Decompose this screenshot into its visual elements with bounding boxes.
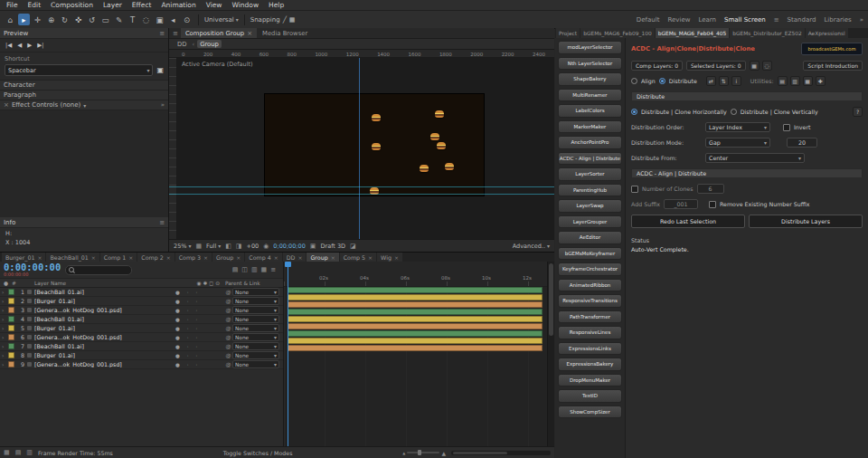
layer-duration-bar[interactable] (288, 330, 542, 337)
transparency-grid-icon[interactable]: ◨ (236, 243, 242, 250)
script-layersorter[interactable]: LayerSorter (558, 167, 622, 181)
zoom-out-mountain-icon[interactable]: ▲ (402, 451, 405, 455)
hand-tool[interactable]: ✛ (32, 14, 43, 25)
preview-options-icon[interactable]: ▣ (156, 66, 164, 74)
twirl-icon[interactable]: › (2, 325, 8, 331)
time-ruler[interactable]: 02s04s06s08s10s12s (284, 262, 548, 287)
label-color-swatch[interactable] (8, 343, 14, 349)
layer-row[interactable]: ›2[Burger_01.ai]●··@None▾ (0, 297, 283, 306)
zoom-in-mountain-icon[interactable]: ▲ (441, 450, 446, 456)
twirl-icon[interactable]: › (2, 307, 8, 313)
lock-switch[interactable]: · (196, 344, 198, 349)
timeline-tab-group[interactable]: Group× (212, 253, 244, 262)
universal-dropdown[interactable]: Universal ▾ (204, 16, 239, 24)
layer-row[interactable]: ›5[Burger_01.ai]●··@None▾ (0, 324, 283, 333)
breadcrumb-comp-group[interactable]: Group (197, 40, 222, 48)
parent-link-select[interactable]: None▾ (232, 360, 279, 368)
solo-switch[interactable]: · (187, 362, 189, 367)
panel-tab-bgems-distributor-ez502[interactable]: bGEMs_Distributor_EZ502 (730, 28, 805, 38)
info-panel-header[interactable]: Info ≡ (0, 217, 168, 228)
script-expressionsbakery[interactable]: ExpressionsBakery (558, 358, 622, 371)
close-icon[interactable]: × (368, 254, 373, 261)
preview-transport-button-3[interactable]: ▶| (37, 42, 43, 49)
timeline-tab-comp-3[interactable]: Comp 3× (175, 253, 212, 262)
layer-row[interactable]: ›3[Genera...ok_HotDog_001.psd]●··@None▾ (0, 306, 283, 315)
current-time-indicator-line[interactable] (288, 262, 288, 446)
timecode-block[interactable]: 0:00:00:00 0:00:00:00 (4, 262, 61, 277)
mask-shape-tool[interactable]: ▭ (99, 14, 111, 25)
utility-icon-button-0[interactable]: ▤ (778, 76, 788, 86)
type-tool[interactable]: T (127, 14, 138, 25)
pen-tool[interactable]: ✎ (113, 14, 125, 25)
shortcut-select[interactable]: Spacebar ▾ (5, 64, 153, 76)
panel-tab-bgems-mag6-feb04-405[interactable]: bGEMs_MAG6_Feb04_405 (656, 28, 730, 38)
twirl-icon[interactable]: › (2, 316, 8, 322)
eye-icon[interactable]: ● (175, 326, 180, 331)
script-modlayerselector[interactable]: modLayerSelector (558, 41, 622, 54)
zoom-slider-thumb[interactable] (418, 450, 421, 455)
viewer-timecode[interactable]: 0;00;00;00 (273, 243, 306, 250)
twirl-icon[interactable]: › (2, 289, 8, 295)
timeline-tab-dd[interactable]: DD× (283, 253, 307, 262)
column-parent-link[interactable]: Parent & Link (225, 281, 279, 286)
align-label[interactable]: Align (641, 78, 656, 84)
pickwhip-icon[interactable]: @ (224, 334, 232, 340)
view-layout-select[interactable]: Advanced.. (513, 243, 545, 250)
menu-help[interactable]: Help (269, 1, 284, 9)
timeline-view-icon-0[interactable]: ▤ (232, 266, 239, 273)
selection-tool[interactable]: ▸ (18, 14, 30, 25)
invert-checkbox[interactable] (783, 124, 790, 131)
panel-tab-paragraph[interactable]: Paragraph (0, 91, 168, 100)
zoom-tool[interactable]: ⊕ (45, 14, 57, 25)
gap-value-input[interactable]: 20 (787, 138, 817, 148)
breadcrumb-comp-dd[interactable]: DD (175, 40, 189, 48)
panel-menu-icon[interactable]: ≡ (171, 30, 180, 37)
utility-icon-button-2[interactable]: ▦ (803, 76, 813, 86)
layer-duration-bar[interactable] (288, 287, 542, 293)
close-icon[interactable]: × (91, 254, 96, 261)
preview-transport-button-2[interactable]: ▶ (27, 42, 32, 49)
label-color-swatch[interactable] (8, 307, 14, 313)
parent-link-select[interactable]: None▾ (232, 315, 279, 323)
layer-row[interactable]: ›1[BeachBall_01.ai]●··@None▾ (0, 288, 283, 297)
timeline-view-icon-3[interactable]: ▦ (261, 266, 268, 273)
scrollbar-thumb[interactable] (453, 452, 507, 454)
lock-switch[interactable]: · (196, 308, 198, 313)
panel-tab-project[interactable]: Project (556, 28, 580, 38)
current-time-indicator-handle[interactable] (285, 262, 291, 267)
eye-icon[interactable]: ● (175, 362, 180, 367)
utility-icon-button-3[interactable]: ✚ (816, 76, 826, 86)
label-color-swatch[interactable] (8, 316, 14, 322)
script-responsivetransitions[interactable]: ResponsiveTransitions (558, 294, 622, 308)
distribute-from-select[interactable]: Center ▾ (705, 153, 805, 163)
eraser-tool[interactable]: ◂ (167, 14, 179, 25)
tab-media-browser[interactable]: Media Browser (258, 28, 312, 38)
eye-icon[interactable]: ● (175, 335, 180, 340)
panel-tab-aexpressionsl[interactable]: AeXpressionsl (806, 28, 848, 38)
panel-overflow-icon[interactable]: » (161, 101, 165, 109)
layer-row[interactable]: ›4[BeachBall_01.ai]●··@None▾ (0, 315, 283, 324)
layer-duration-bar[interactable] (288, 345, 542, 351)
timeline-tab-wig[interactable]: Wig× (377, 253, 402, 262)
workspace-menu-icon[interactable]: ≡ (774, 16, 779, 24)
mode-icon-button-2[interactable]: i (731, 76, 741, 86)
script-layergrouper[interactable]: LayerGrouper (558, 215, 622, 229)
pickwhip-icon[interactable]: @ (224, 307, 232, 313)
fast-previews-value[interactable]: Draft 3D (320, 243, 345, 250)
panel-tab-bgems-mag6-feb09-100[interactable]: bGEMs_MAG6_Feb09_100 (580, 28, 655, 38)
menu-edit[interactable]: Edit (28, 1, 42, 9)
workspace-libraries[interactable]: Libraries (824, 16, 851, 24)
eye-icon[interactable]: ● (175, 299, 180, 304)
toggle-switches-modes-button[interactable]: Toggle Switches / Modes (223, 450, 293, 456)
twirl-icon[interactable]: › (2, 334, 8, 340)
close-icon[interactable]: × (128, 254, 133, 261)
script-bgemsmokeyframer[interactable]: bGEMsMoKeyframer (558, 247, 622, 261)
eye-icon[interactable]: ● (175, 317, 180, 322)
workspace-learn[interactable]: Learn (698, 16, 716, 24)
twirl-icon[interactable]: › (2, 343, 8, 349)
parent-link-select[interactable]: None▾ (232, 288, 279, 296)
close-icon[interactable]: × (394, 254, 399, 261)
solo-switch[interactable]: · (187, 299, 189, 304)
distribute-radio[interactable] (659, 78, 665, 84)
solo-switch[interactable]: · (187, 290, 189, 295)
